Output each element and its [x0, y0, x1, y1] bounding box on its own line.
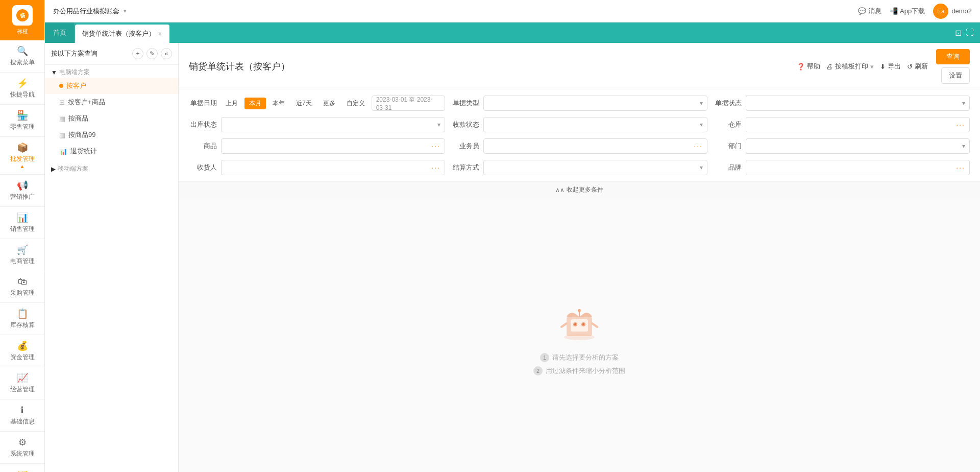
export-button[interactable]: ⬇ 导出: [880, 62, 901, 71]
scheme-label: 按客户: [66, 81, 86, 90]
sidebar-item-wholesale[interactable]: 📦 批发管理 ▲: [0, 137, 44, 175]
brand-control[interactable]: ···: [746, 160, 970, 175]
svg-point-10: [578, 309, 581, 312]
scheme-by-product[interactable]: ▦ 按商品: [45, 110, 178, 127]
message-button[interactable]: 💬 消息: [858, 7, 881, 16]
settings-button[interactable]: 设置: [941, 67, 970, 84]
sidebar-item-retail[interactable]: 🏪 零售管理: [0, 105, 44, 137]
custom-btn[interactable]: 自定义: [342, 98, 370, 109]
sidebar-item-enterprise[interactable]: 🤝 企业协同: [0, 464, 44, 472]
restore-tab-icon[interactable]: ⊡: [955, 28, 962, 38]
sidebar-item-label: 零售管理: [10, 123, 35, 131]
settlement-control[interactable]: ▾: [483, 160, 707, 175]
desktop-category: ▼ 电脑端方案: [45, 65, 178, 78]
operation-icon: 📈: [17, 372, 28, 384]
date-range-value: 2023-03-01 至 2023-03-31: [376, 96, 440, 111]
department-control[interactable]: ▾: [746, 138, 970, 154]
sidebar-item-shortcut[interactable]: ⚡ 快捷导航: [0, 73, 44, 105]
tab-home[interactable]: 首页: [45, 22, 75, 43]
expand-icon: ▼: [51, 69, 57, 76]
edit-scheme-button[interactable]: ✎: [146, 48, 158, 59]
sidebar-item-basic[interactable]: ℹ 基础信息: [0, 399, 44, 432]
avatar: Ea: [933, 4, 948, 19]
svg-point-8: [582, 323, 584, 325]
sidebar-item-finance[interactable]: 💰 资金管理: [0, 335, 44, 367]
logo-icon: 畅: [12, 5, 33, 26]
sidebar-item-marketing[interactable]: 📢 营销推广: [0, 175, 44, 207]
step-num-2: 2: [533, 366, 543, 375]
svg-text:畅: 畅: [20, 13, 25, 18]
sidebar-item-label: 库存核算: [10, 321, 35, 329]
warehouse-control[interactable]: ···: [746, 117, 970, 132]
expand-mobile-icon: ▶: [51, 166, 56, 173]
ship-status-label: 出库状态: [189, 120, 217, 129]
sidebar-item-label: 搜索菜单: [10, 58, 35, 67]
this-year-btn[interactable]: 本年: [268, 98, 289, 109]
brand-dots-icon: ···: [956, 163, 965, 172]
receive-status-control[interactable]: ▾: [483, 117, 707, 132]
sidebar-item-sales[interactable]: 📊 销售管理: [0, 207, 44, 239]
collapse-filter-button[interactable]: ∧∧ 收起更多条件: [179, 182, 980, 197]
maximize-tab-icon[interactable]: ⛶: [966, 28, 974, 37]
sidebar-item-system[interactable]: ⚙ 系统管理: [0, 432, 44, 464]
svg-line-12: [592, 323, 597, 327]
warehouse-dots-icon: ···: [956, 121, 965, 129]
date-range-control[interactable]: 2023-03-01 至 2023-03-31: [372, 96, 445, 111]
print-label: 按模板打印: [835, 62, 868, 71]
doc-status-dropdown-icon: ▾: [962, 100, 965, 107]
refresh-button[interactable]: ↺ 刷新: [907, 62, 928, 71]
print-button[interactable]: 🖨 按模板打印 ▾: [826, 62, 874, 71]
empty-state: 1 请先选择要分析的方案 2 用过滤条件来缩小分析范围: [179, 197, 980, 472]
last-month-btn[interactable]: 上月: [221, 98, 242, 109]
last-7-btn[interactable]: 近7天: [291, 98, 316, 109]
system-icon: ⚙: [18, 437, 27, 448]
doc-type-label: 单据类型: [451, 99, 479, 108]
product-filter-cell: 商品 ···: [189, 138, 445, 154]
salesperson-control[interactable]: ···: [483, 138, 707, 154]
export-label: 导出: [888, 62, 901, 71]
scheme-label: 退货统计: [70, 147, 97, 156]
help-button[interactable]: ❓ 帮助: [797, 62, 820, 71]
settlement-filter-cell: 结算方式 ▾: [451, 160, 707, 175]
shortcut-icon: ⚡: [17, 78, 28, 89]
collapse-panel-button[interactable]: «: [161, 48, 172, 59]
product-control[interactable]: ···: [221, 138, 445, 154]
ship-dropdown-icon: ▾: [437, 121, 440, 128]
wholesale-icon: 📦: [17, 142, 28, 153]
step-2-label: 用过滤条件来缩小分析范围: [546, 366, 625, 375]
scheme-by-customer-product[interactable]: ⊞ 按客户+商品: [45, 94, 178, 110]
doc-type-dropdown-icon: ▾: [700, 100, 703, 107]
recipient-control[interactable]: ···: [221, 160, 445, 175]
right-panel: 销货单统计表（按客户） ❓ 帮助 🖨 按模板打印 ▾ ⬇: [179, 43, 980, 472]
this-month-btn[interactable]: 本月: [244, 98, 266, 109]
basic-icon: ℹ: [20, 405, 24, 416]
sidebar-item-label: 基础信息: [10, 417, 35, 426]
sidebar-item-purchase[interactable]: 🛍 采购管理: [0, 271, 44, 303]
sidebar-item-operation[interactable]: 📈 经营管理: [0, 367, 44, 399]
department-label: 部门: [714, 141, 742, 151]
sidebar-item-inventory[interactable]: 📋 库存核算: [0, 303, 44, 335]
doc-status-control[interactable]: ▾: [746, 96, 970, 111]
table-icon: ▦: [59, 115, 65, 123]
date-label: 单据日期: [189, 99, 217, 108]
home-tab-label: 首页: [53, 28, 66, 37]
doc-type-control[interactable]: ▾: [483, 96, 707, 111]
add-scheme-button[interactable]: +: [132, 48, 143, 59]
scheme-by-customer[interactable]: 按客户: [45, 78, 178, 94]
sidebar-item-ecommerce[interactable]: 🛒 电商管理: [0, 239, 44, 271]
sidebar-item-search[interactable]: 🔍 搜索菜单: [0, 40, 44, 73]
ship-status-control[interactable]: ▾: [221, 117, 445, 132]
scheme-return-stats[interactable]: 📊 退货统计: [45, 143, 178, 159]
more-btn[interactable]: 更多: [318, 98, 340, 109]
table2-icon: ▦: [59, 131, 65, 139]
user-menu[interactable]: Ea demo2: [933, 4, 972, 19]
warehouse-filter-cell: 仓库 ···: [714, 117, 970, 132]
scheme-by-product-99[interactable]: ▦ 按商品99: [45, 127, 178, 143]
close-tab-icon[interactable]: ×: [158, 30, 162, 37]
tab-active[interactable]: 销货单统计表（按客户） ×: [75, 25, 169, 43]
app-download-button[interactable]: 📲 App下载: [890, 7, 925, 16]
industry-dropdown-icon[interactable]: ▾: [124, 8, 127, 14]
user-name: demo2: [951, 7, 972, 15]
brand-label: 品牌: [714, 163, 742, 172]
query-button[interactable]: 查询: [936, 49, 970, 64]
